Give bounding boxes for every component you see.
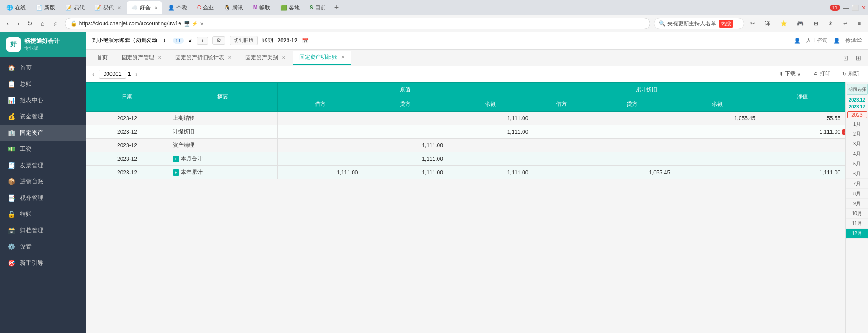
add-account-button[interactable]: +: [197, 37, 208, 45]
grid-btn[interactable]: ⊞: [811, 19, 821, 28]
brightness-btn[interactable]: ☀: [826, 19, 836, 28]
browser-tab-haokuai[interactable]: ☁️ 好会 ✕: [127, 1, 162, 14]
dropdown-arrow[interactable]: ∨: [188, 38, 192, 44]
sidebar-item-salary[interactable]: 💵 工资: [0, 141, 86, 157]
fixed-asset-icon: 🏢: [7, 129, 15, 137]
tab-close-active-icon[interactable]: ✕: [154, 5, 158, 10]
browser-tab-gedi[interactable]: 🟩 各地: [276, 1, 304, 14]
record-page: 1: [128, 71, 131, 77]
tab-close-dep-icon[interactable]: ✕: [228, 55, 231, 60]
sidebar-item-archive[interactable]: 🗃️ 归档管理: [0, 222, 86, 239]
period-month-4[interactable]: 4月: [846, 149, 868, 159]
star-btn[interactable]: ⭐: [778, 19, 790, 28]
tab-fixed-dep-stat[interactable]: 固定资产折旧统计表 ✕: [169, 51, 238, 64]
cell-orig-balance: [448, 152, 533, 166]
sidebar-item-tax[interactable]: 📑 税务管理: [0, 190, 86, 206]
year-badge: 2023: [842, 129, 845, 135]
browser-tab-new[interactable]: 📄 新版: [31, 1, 60, 14]
expand-panel-button[interactable]: ⊞: [854, 53, 863, 62]
settings-account-button[interactable]: ⚙: [212, 36, 225, 45]
browser-tab-yidai2[interactable]: 📝 易代 ✕: [90, 1, 126, 14]
period-month-8[interactable]: 8月: [846, 189, 868, 199]
home-button[interactable]: ⌂: [38, 19, 47, 28]
sidebar-item-home[interactable]: 🏠 首页: [0, 60, 86, 76]
period-month-5[interactable]: 5月: [846, 159, 868, 169]
period-month-10[interactable]: 10月: [846, 209, 868, 219]
sidebar-label-closing: 结账: [20, 210, 32, 218]
sidebar-item-fund[interactable]: 💰 资金管理: [0, 108, 86, 125]
header-right: 👤 人工咨询 👤 徐泽华: [794, 37, 862, 44]
period-month-2[interactable]: 2月: [846, 129, 868, 139]
back-button[interactable]: ‹: [5, 19, 11, 28]
period-selector-label: 期间选择: [847, 84, 868, 95]
tab-home[interactable]: 首页: [90, 51, 114, 64]
browser-tab-online[interactable]: 🌐 在线: [2, 1, 30, 14]
tax-icon: 📑: [7, 194, 15, 202]
sidebar-item-settings[interactable]: ⚙️ 设置: [0, 239, 86, 255]
browser-tab-geshui[interactable]: 👤 个税: [163, 1, 192, 14]
cell-net-value: [760, 139, 845, 152]
sidebar-label-archive: 归档管理: [20, 226, 43, 235]
new-tab-button[interactable]: +: [331, 3, 342, 13]
tab-close-type-icon[interactable]: ✕: [282, 55, 285, 60]
table-row-summary: 2023-12 +本年累计 1,111.00 1,111.00 1,111.00…: [86, 166, 845, 179]
tab-close-icon[interactable]: ✕: [158, 55, 161, 60]
record-number-input[interactable]: [99, 70, 126, 79]
period-month-6[interactable]: 6月: [846, 169, 868, 179]
service-label[interactable]: 人工咨询: [806, 37, 828, 44]
cell-orig-credit: [363, 125, 448, 139]
prev-record-button[interactable]: ‹: [92, 70, 94, 78]
cell-dep-credit: [590, 139, 675, 152]
sidebar-item-ledger[interactable]: 📋 总账: [0, 76, 86, 92]
period-month-12[interactable]: 12月: [846, 229, 868, 239]
fund-icon: 💰: [7, 113, 15, 121]
address-text: https://cloud.chanjet.com/accounting/uw1…: [79, 20, 181, 27]
print-button[interactable]: 🖨 打印: [810, 69, 833, 79]
tab-fixed-mgmt[interactable]: 固定资产管理 ✕: [115, 51, 168, 64]
switch-version-button[interactable]: 切到旧版: [230, 36, 258, 45]
sidebar-item-closing[interactable]: 🔒 结账: [0, 206, 86, 222]
tab-fixed-type-label: 固定资产类别: [245, 54, 278, 61]
period-month-11[interactable]: 11月: [846, 219, 868, 229]
scissors-btn[interactable]: ✂: [748, 19, 758, 28]
sidebar-item-inventory[interactable]: 📦 进销台账: [0, 174, 86, 190]
period-month-3[interactable]: 3月: [846, 139, 868, 149]
game-btn[interactable]: 🎮: [794, 19, 807, 28]
refresh-button[interactable]: ↻ 刷新: [840, 69, 862, 79]
sidebar-item-invoice[interactable]: 🧾 发票管理: [0, 157, 86, 174]
cell-date: 2023-12: [86, 166, 168, 179]
sidebar-item-guide[interactable]: 🎯 新手引导: [0, 255, 86, 271]
maximize-button[interactable]: ⬜: [851, 5, 859, 11]
search-bar[interactable]: 🔍 央视更新主持人名单 热搜: [654, 18, 744, 29]
history-btn[interactable]: ↩: [840, 19, 850, 28]
service-icon: 👤: [794, 38, 801, 44]
period-month-1[interactable]: 1月: [846, 119, 868, 129]
calendar-icon[interactable]: 📅: [302, 38, 309, 44]
tab-fixed-detail[interactable]: 固定资产明细账 ✕: [293, 51, 351, 65]
browser-tab-qiye[interactable]: C 企业: [193, 1, 218, 14]
tab-close-detail-icon[interactable]: ✕: [341, 55, 344, 60]
browser-tab-tencent[interactable]: 🐧 腾讯: [219, 1, 248, 14]
minimize-button[interactable]: —: [843, 5, 849, 11]
collapse-panel-button[interactable]: ⊡: [841, 53, 851, 62]
browser-tab-chang[interactable]: M 畅联: [249, 1, 275, 14]
browser-tab-yidai1[interactable]: 📝 易代: [61, 1, 89, 14]
cell-dep-debit: [533, 166, 590, 179]
forward-button[interactable]: ›: [15, 19, 22, 28]
menu-btn[interactable]: ≡: [855, 19, 863, 28]
translate-btn[interactable]: 译: [762, 19, 773, 28]
download-button[interactable]: ⬇ 下载 ∨: [776, 69, 804, 79]
period-month-7[interactable]: 7月: [846, 179, 868, 189]
close-button[interactable]: ✕: [861, 5, 866, 11]
cell-orig-balance: 1,111.00: [448, 166, 533, 179]
reload-button[interactable]: ↻: [25, 19, 35, 28]
tab-close-icon[interactable]: ✕: [118, 5, 121, 10]
bookmark-button[interactable]: ☆: [51, 19, 61, 28]
tab-fixed-type[interactable]: 固定资产类别 ✕: [239, 51, 292, 64]
address-bar[interactable]: 🔒 https://cloud.chanjet.com/accounting/u…: [65, 18, 650, 29]
sidebar-item-report[interactable]: 📊 报表中心: [0, 92, 86, 108]
sidebar-item-fixed-asset[interactable]: 🏢 固定资产: [0, 125, 86, 141]
browser-tab-muqian[interactable]: S 目前: [305, 1, 330, 14]
next-record-button[interactable]: ›: [135, 70, 137, 78]
period-month-9[interactable]: 9月: [846, 199, 868, 209]
